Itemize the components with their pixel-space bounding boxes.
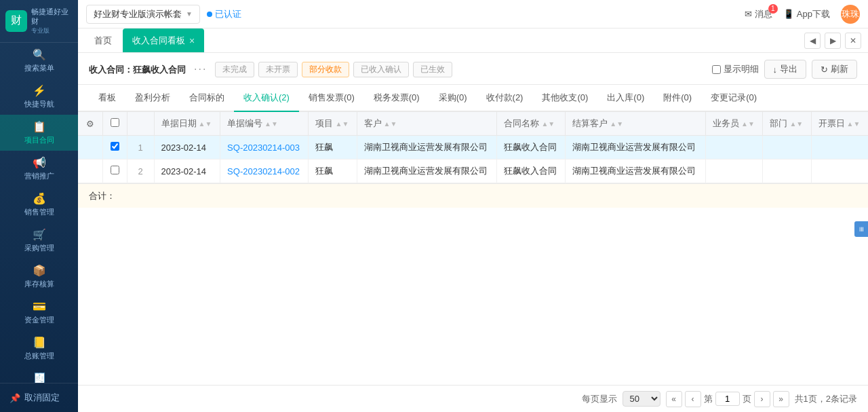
sidebar-item-quick-nav[interactable]: ⚡ 快捷导航 [0,79,78,115]
sidebar-item-invoice[interactable]: 🧾 发票管理 [0,367,78,383]
prev-page-btn[interactable]: ‹ [685,391,701,407]
sidebar-item-project-contract[interactable]: 📋 项目合同 [0,115,78,151]
per-page-select[interactable]: 50 100 [623,391,660,407]
show-detail-label: 显示明细 [724,63,759,75]
table-area[interactable]: ⚙单据日期▲▼单据编号▲▼项目▲▼客户▲▼合同名称▲▼结算客户▲▼业务员▲▼部门… [78,112,868,385]
sidebar-item-marketing[interactable]: 📢 营销推广 [0,151,78,187]
tab-nav: ◀ ▶ ✕ [804,33,868,49]
total-info: 共1页，2条记录 [795,393,857,405]
status-tag-incomplete[interactable]: 未完成 [215,62,254,77]
sidebar-icon-sales: 💰 [33,192,46,205]
contract-header: 收入合同：狂飙收入合同 ··· 未完成未开票部分收款已收入确认已生效 显示明细 … [78,53,868,85]
subtab-payment[interactable]: 收付款(2) [477,85,533,112]
settings-icon[interactable]: ⚙ [86,119,94,129]
show-detail-checkbox[interactable] [712,65,721,74]
user-avatar[interactable]: 珠珠 [841,5,860,24]
subtab-sales_invoice[interactable]: 销售发票(0) [299,85,364,112]
refresh-btn[interactable]: ↻ 刷新 [812,60,857,79]
subtab-change_log[interactable]: 变更记录(0) [701,85,766,112]
contract-more-btn[interactable]: ··· [194,63,207,75]
sidebar-icon-general-ledger: 📒 [33,336,46,349]
col-label-project: 项目 [315,117,333,130]
order-no-link-1[interactable]: SQ-20230214-003 [227,143,300,153]
status-tag-confirmed[interactable]: 已收入确认 [353,62,409,77]
sidebar-icon-project-contract: 📋 [33,120,46,133]
order-no-link-2[interactable]: SQ-20230214-002 [227,166,300,176]
row-date-2: 2023-02-14 [154,160,220,183]
right-float-panel[interactable]: ≡ [854,221,868,238]
status-tag-effective[interactable]: 已生效 [413,62,452,77]
subtab-purchase[interactable]: 采购(0) [429,85,477,112]
subtab-contract[interactable]: 合同标的 [180,85,234,112]
sidebar-item-purchase[interactable]: 🛒 采购管理 [0,223,78,259]
status-tag-uninvoiced[interactable]: 未开票 [258,62,298,77]
sort-icon-department[interactable]: ▲▼ [789,121,803,126]
select-all-checkbox[interactable] [111,118,119,127]
tab-prev-btn[interactable]: ◀ [804,33,821,49]
row-order-no-1[interactable]: SQ-20230214-003 [220,136,309,160]
subtab-kanban[interactable]: 看板 [89,85,125,112]
active-tab[interactable]: 收入合同看板 × [123,29,204,52]
subtab-warehouse[interactable]: 出入库(0) [597,85,654,112]
subtab-tax_invoice[interactable]: 税务发票(0) [364,85,429,112]
row-department-2 [763,160,811,183]
message-icon: ✉ [745,9,752,19]
row-checkbox-1[interactable] [111,142,119,151]
unpin-label: 取消固定 [24,392,60,404]
show-detail-toggle[interactable]: 显示明细 [712,60,759,79]
subtab-other_income[interactable]: 其他收支(0) [532,85,597,112]
company-dropdown-icon: ▼ [186,10,193,18]
sidebar-item-finance[interactable]: 💳 资金管理 [0,295,78,331]
th-num [127,112,154,136]
table-row[interactable]: 1 2023-02-14 SQ-20230214-003 狂飙 湖南卫视商业运营… [78,136,868,160]
app-logo-icon: 财 [5,10,27,32]
tab-close-btn[interactable]: × [189,35,195,46]
home-tab[interactable]: 首页 [86,29,120,52]
row-order-no-2[interactable]: SQ-20230214-002 [220,160,309,183]
first-page-btn[interactable]: « [666,391,682,407]
sidebar-item-search[interactable]: 🔍 搜索菜单 [0,43,78,79]
table-footer: 合计： [78,183,868,208]
sort-icon-order_no[interactable]: ▲▼ [264,121,278,126]
sort-icon-salesperson[interactable]: ▲▼ [741,121,755,126]
subtab-income_confirm[interactable]: 收入确认(2) [234,85,299,112]
sort-icon-project[interactable]: ▲▼ [335,121,349,126]
sort-icon-open_date[interactable]: ▲▼ [847,121,861,126]
per-page-label: 每页显示 [582,393,617,405]
app-download-btn[interactable]: 📱 App下载 [783,8,830,20]
sidebar-unpin-btn[interactable]: 📌 取消固定 [4,388,74,408]
certified-dot [207,12,212,17]
tab-next-btn[interactable]: ▶ [825,33,841,49]
next-page-btn[interactable]: › [754,391,770,407]
last-page-btn[interactable]: » [773,391,789,407]
status-tag-partial[interactable]: 部分收款 [302,62,349,77]
sort-icon-customer[interactable]: ▲▼ [384,121,397,126]
sidebar-icon-inventory: 📦 [33,264,46,277]
row-settings [78,160,102,183]
th-department: 部门▲▼ [763,112,811,136]
subtab-profit[interactable]: 盈利分析 [125,85,180,112]
sort-icon-settled_customer[interactable]: ▲▼ [610,121,623,126]
sidebar-item-inventory[interactable]: 📦 库存核算 [0,259,78,295]
subtab-attachment[interactable]: 附件(0) [654,85,701,112]
sidebar-icon-finance: 💳 [33,300,46,313]
sidebar-item-general-ledger[interactable]: 📒 总账管理 [0,331,78,367]
page-input[interactable] [715,392,740,406]
contract-title-prefix: 收入合同： [89,64,133,75]
message-btn[interactable]: ✉ 1 消息 [745,8,772,20]
tab-close-all-btn[interactable]: ✕ [845,33,861,49]
table-header-row: ⚙单据日期▲▼单据编号▲▼项目▲▼客户▲▼合同名称▲▼结算客户▲▼业务员▲▼部门… [78,112,868,136]
sidebar-label-project-contract: 项目合同 [24,135,54,145]
sort-icon-contract_name[interactable]: ▲▼ [541,121,555,126]
sidebar-item-sales[interactable]: 💰 销售管理 [0,187,78,223]
row-salesperson-2 [706,160,763,183]
page-suffix: 页 [743,393,751,405]
export-btn[interactable]: ↓ 导出 [764,60,807,79]
col-label-salesperson: 业务员 [713,117,739,130]
sort-icon-date[interactable]: ▲▼ [199,121,212,126]
row-checkbox-2[interactable] [111,166,119,174]
company-selector[interactable]: 好业财专业版演示帐套 ▼ [86,5,200,24]
table-row[interactable]: 2 2023-02-14 SQ-20230214-002 狂飙 湖南卫视商业运营… [78,160,868,183]
download-icon: 📱 [783,9,794,19]
sidebar-label-quick-nav: 快捷导航 [24,99,54,109]
